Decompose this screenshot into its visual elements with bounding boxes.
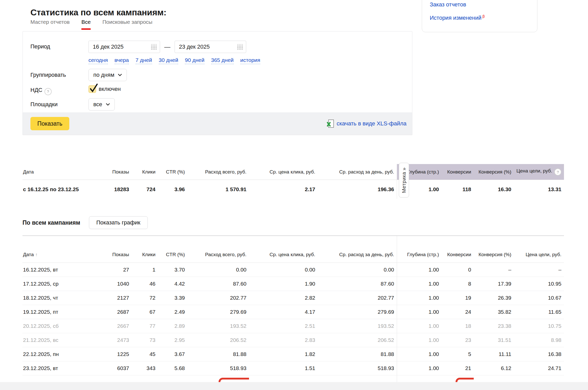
- value-cell: 0.00: [249, 263, 318, 277]
- quick-range-link[interactable]: 365 дней: [211, 57, 234, 64]
- value-cell: 16.38: [514, 347, 564, 361]
- date-cell: 19.12.2025, пт: [22, 305, 95, 319]
- column-header[interactable]: Показы: [95, 236, 132, 263]
- show-button[interactable]: Показать: [30, 117, 69, 130]
- excel-file-icon: [326, 119, 334, 128]
- date-cell: 17.12.2025, ср: [22, 277, 95, 291]
- column-header[interactable]: Цена цели, руб.: [514, 236, 564, 263]
- column-header[interactable]: CTR (%): [158, 236, 187, 263]
- value-cell: 202.77: [318, 291, 397, 305]
- value-cell: 1225: [95, 347, 132, 361]
- filter-panel-footer: Показать скачать в виде XLS-файла: [23, 112, 412, 135]
- value-cell: 13.31: [514, 180, 564, 199]
- help-icon[interactable]: ?: [44, 88, 52, 95]
- value-cell: 24: [442, 305, 474, 319]
- platforms-dropdown[interactable]: все: [88, 98, 115, 111]
- table-row: 21.12.2025, вс2473732.95206.522.83206.52…: [22, 333, 564, 347]
- value-cell: 5.68: [158, 361, 187, 375]
- value-cell: 0: [442, 263, 474, 277]
- download-xls-link[interactable]: скачать в виде XLS-файла: [326, 112, 406, 135]
- date-cell: 23.12.2025, вт: [22, 361, 95, 375]
- value-cell: 206.52: [318, 333, 397, 347]
- summary-table: ДатаПоказыКликиCTR (%)Расход всего, руб.…: [22, 164, 564, 199]
- value-cell: 2.89: [158, 319, 187, 333]
- value-cell: 2687: [95, 305, 132, 319]
- value-cell: 279.69: [187, 305, 249, 319]
- value-cell: 2667: [95, 319, 132, 333]
- daily-stats-table: Дата↑ПоказыКликиCTR (%)Расход всего, руб…: [22, 235, 564, 390]
- platforms-value: все: [93, 101, 102, 108]
- value-cell: 46: [132, 277, 158, 291]
- column-header: Конверсии: [442, 164, 474, 180]
- date-range-dash: —: [164, 41, 170, 53]
- column-header[interactable]: Ср. цена клика, руб.: [249, 236, 318, 263]
- column-header[interactable]: Конверсии: [442, 236, 474, 263]
- date-to-input[interactable]: 23 дек 2025: [175, 41, 246, 53]
- value-cell: 1.90: [249, 277, 318, 291]
- date-cell: 21.12.2025, вс: [22, 333, 95, 347]
- date-to-value: 23 дек 2025: [179, 44, 210, 50]
- value-cell: 2.49: [158, 305, 187, 319]
- date-from-input[interactable]: 16 дек 2025: [88, 41, 160, 53]
- quick-range-link[interactable]: 7 дней: [135, 57, 152, 64]
- tab-poiskovye-zaprosy[interactable]: Поисковые запросы: [103, 19, 153, 25]
- value-cell: 4.17: [249, 305, 318, 319]
- help-icon[interactable]: ?: [554, 168, 561, 176]
- section-title: По всем кампаниям: [22, 219, 80, 226]
- value-cell: 6.12: [474, 361, 514, 375]
- tab-master-otchetov[interactable]: Мастер отчетов: [30, 19, 70, 25]
- table-row: 23.12.2025, вт60373435.68518.931.51518.9…: [22, 361, 564, 375]
- quick-range-link[interactable]: вчера: [115, 57, 129, 64]
- value-cell: –: [474, 263, 514, 277]
- period-controls: 16 дек 2025 — 23 дек 2025: [88, 41, 246, 53]
- main-body: 16.12.2025, вт2713.700.000.000.001.000––…: [22, 263, 564, 390]
- change-history-link[interactable]: История измененийβ: [430, 14, 485, 21]
- order-reports-link[interactable]: Заказ отчетов: [430, 1, 466, 8]
- beta-badge: β: [482, 14, 485, 18]
- column-header[interactable]: Клики: [132, 236, 158, 263]
- value-cell: 21: [442, 361, 474, 375]
- column-header: Конверсия (%): [474, 164, 514, 180]
- column-header: Расход всего, руб.: [187, 164, 249, 180]
- table-row: с 16.12.25 по 23.12.25182837243.961 570.…: [22, 180, 564, 199]
- calendar-icon[interactable]: [237, 44, 243, 50]
- calendar-icon[interactable]: [151, 44, 157, 50]
- column-header[interactable]: Конверсия (%): [474, 236, 514, 263]
- value-cell: 10.75: [514, 319, 564, 333]
- quick-range-link[interactable]: 90 дней: [185, 57, 204, 64]
- value-cell: 2.83: [249, 333, 318, 347]
- value-cell: 26.39: [474, 291, 514, 305]
- value-cell: 193.52: [318, 319, 397, 333]
- value-cell: 193.52: [187, 319, 249, 333]
- value-cell: 2.51: [249, 319, 318, 333]
- value-cell: –: [514, 263, 564, 277]
- quick-range-link[interactable]: история: [240, 57, 260, 64]
- value-cell: 2473: [95, 333, 132, 347]
- value-cell: 31.51: [474, 333, 514, 347]
- value-cell: 118: [442, 180, 474, 199]
- column-header[interactable]: Расход всего, руб.: [187, 236, 249, 263]
- show-chart-button[interactable]: Показать график: [89, 216, 148, 229]
- value-cell: 0.00: [318, 263, 397, 277]
- quick-range-link[interactable]: сегодня: [88, 57, 108, 64]
- reports-links-card: Заказ отчетов История измененийβ: [422, 0, 537, 32]
- table-row: 18.12.2025, чт2127723.39202.772.82202.77…: [22, 291, 564, 305]
- quick-range-link[interactable]: 30 дней: [159, 57, 178, 64]
- date-cell: 18.12.2025, чт: [22, 291, 95, 305]
- value-cell: 1.00: [397, 305, 442, 319]
- column-header[interactable]: Глубина (стр.): [397, 236, 442, 263]
- value-cell: 3.70: [158, 263, 187, 277]
- value-cell: 0.00: [187, 263, 249, 277]
- column-header[interactable]: Дата↑: [22, 236, 95, 263]
- column-header[interactable]: Ср. расход за день, руб.: [318, 236, 397, 263]
- value-cell: 1.82: [249, 347, 318, 361]
- value-cell: 202.77: [187, 291, 249, 305]
- value-cell: 73: [132, 333, 158, 347]
- value-cell: 16.30: [474, 180, 514, 199]
- group-dropdown[interactable]: по дням: [88, 69, 127, 81]
- tab-vse[interactable]: Все: [81, 19, 91, 25]
- vat-checkbox[interactable]: [88, 85, 96, 93]
- summary-header-row: ДатаПоказыКликиCTR (%)Расход всего, руб.…: [22, 164, 564, 180]
- value-cell: 2.82: [249, 291, 318, 305]
- metrika-tab[interactable]: Метрика »: [399, 163, 409, 198]
